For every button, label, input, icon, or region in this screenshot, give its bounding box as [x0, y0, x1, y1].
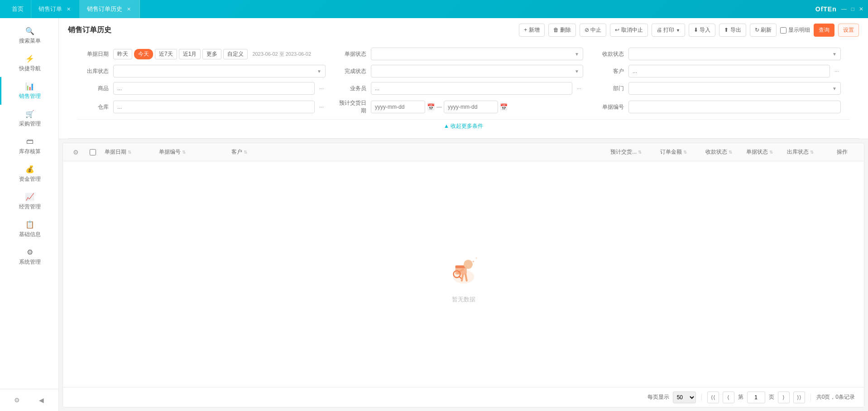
th-checkbox[interactable] [85, 149, 101, 155]
search-menu-icon: 🔍 [25, 26, 34, 35]
filter-row-1: 单据日期 昨天 今天 近7天 [77, 48, 850, 60]
tab-sales-order-history-label: 销售订单历史 [87, 5, 122, 13]
salesperson-more-btn[interactable]: ··· [575, 84, 583, 92]
date-btn-today[interactable]: 昨天 [113, 49, 132, 59]
goods-more-btn[interactable]: ··· [317, 84, 326, 92]
sidebar-item-sales-mgmt[interactable]: 📊 销售管理 [0, 77, 58, 105]
tab-home-label: 首页 [12, 5, 24, 13]
sidebar-item-capital-mgmt-label: 资金管理 [19, 175, 41, 183]
refresh-btn[interactable]: ↻ 刷新 [750, 24, 777, 37]
customer-input[interactable] [628, 65, 830, 77]
start-calendar-icon[interactable]: 📅 [427, 103, 435, 111]
sidebar-item-quick-nav[interactable]: ⚡ 快捷导航 [0, 49, 58, 77]
settings-gear-icon[interactable]: ⚙ [73, 149, 79, 156]
collapse-btn[interactable]: ▲ 收起更多条件 [77, 119, 850, 133]
sidebar-bottom: ⚙ ◀ [0, 389, 58, 411]
next-page-icon: ⟩ [782, 394, 785, 401]
stock-out-label: 出库状态 [77, 68, 113, 75]
delete-btn[interactable]: 🗑 删除 [548, 24, 576, 37]
basic-info-icon: 📋 [25, 220, 34, 229]
th-amount[interactable]: 订单金额 ⇅ [657, 148, 702, 156]
empty-text: 暂无数据 [452, 295, 475, 304]
sidebar-settings-btn[interactable]: ⚙ [10, 394, 23, 406]
date-btn-1month[interactable]: 近1月 [179, 49, 201, 59]
goods-input[interactable] [113, 82, 315, 95]
window-restore-btn[interactable]: □ [851, 6, 854, 12]
salesperson-label: 业务员 [335, 85, 371, 92]
page-number-input[interactable] [747, 392, 765, 403]
tab-sales-order-history[interactable]: 销售订单历史 ✕ [80, 0, 140, 18]
window-close-btn[interactable]: ✕ [859, 6, 863, 12]
export-btn[interactable]: ⬆ 导出 [719, 24, 746, 37]
select-all-checkbox[interactable] [90, 149, 96, 155]
date-btn-custom[interactable]: 自定义 [223, 49, 248, 59]
customer-more-btn[interactable]: ··· [833, 67, 841, 75]
end-calendar-icon[interactable]: 📅 [500, 103, 508, 111]
stop-btn[interactable]: ⊘ 中止 [580, 24, 606, 37]
th-expected-date[interactable]: 预计交货... ⇅ [607, 148, 657, 156]
salesperson-input[interactable] [371, 82, 572, 95]
complete-status-label: 完成状态 [335, 68, 371, 75]
top-bar: 首页 销售订单 ✕ 销售订单历史 ✕ OfTEn — □ ✕ [0, 0, 868, 18]
print-btn[interactable]: 🖨 打印 ▼ [652, 24, 685, 37]
refresh-btn-label: ↻ 刷新 [755, 26, 772, 34]
doc-status-control: ▼ [371, 48, 583, 60]
settings-btn-toolbar[interactable]: 设置 [838, 24, 859, 37]
expected-end-date[interactable] [444, 101, 498, 113]
th-payment-status[interactable]: 收款状态 ⇅ [702, 148, 743, 156]
tab-home[interactable]: 首页 [5, 0, 31, 18]
new-btn[interactable]: + 新增 [519, 24, 544, 37]
doc-no-control [628, 101, 841, 113]
date-btn-3days[interactable]: 今天 [134, 49, 153, 59]
page-size-select[interactable]: 20 50 100 200 [673, 392, 696, 403]
sidebar-item-system-mgmt[interactable]: ⚙ 系统管理 [0, 243, 58, 271]
th-doc-date[interactable]: 单据日期 ⇅ [101, 148, 155, 156]
cancel-stop-btn-label: ↩ 取消中止 [615, 26, 643, 34]
warehouse-control: ··· [113, 101, 326, 113]
prev-page-btn[interactable]: ⟨ [723, 392, 734, 403]
tab-sales-order-history-close[interactable]: ✕ [125, 5, 132, 13]
th-doc-no-label: 单据编号 [159, 148, 181, 156]
warehouse-more-btn[interactable]: ··· [317, 103, 326, 111]
import-btn[interactable]: ⬇ 导入 [689, 24, 715, 37]
doc-status-select[interactable]: ▼ [371, 48, 583, 60]
next-page-btn[interactable]: ⟩ [778, 392, 790, 403]
tab-sales-order[interactable]: 销售订单 ✕ [31, 0, 80, 18]
th-customer[interactable]: 客户 ⇅ [228, 148, 607, 156]
warehouse-label: 仓库 [77, 103, 113, 111]
sidebar-item-basic-info[interactable]: 📋 基础信息 [0, 215, 58, 243]
sidebar-item-operations-mgmt[interactable]: 📈 经营管理 [0, 188, 58, 215]
tab-sales-order-close[interactable]: ✕ [65, 5, 72, 13]
first-page-icon: ⟨⟨ [711, 394, 715, 401]
show-detail-text: 显示明细 [788, 26, 810, 34]
sidebar-item-capital-mgmt[interactable]: 💰 资金管理 [0, 160, 58, 188]
expected-start-date[interactable] [371, 101, 425, 113]
th-stock-status[interactable]: 出库状态 ⇅ [783, 148, 824, 156]
th-settings[interactable]: ⚙ [67, 149, 85, 156]
th-doc-status[interactable]: 单据状态 ⇅ [743, 148, 783, 156]
last-page-btn[interactable]: ⟩⟩ [793, 392, 805, 403]
page-title-row: 销售订单历史 + 新增 🗑 删除 ⊘ 中止 ↩ 取消中止 🖨 [68, 24, 859, 37]
sidebar-item-inventory-calc[interactable]: 🗃 库存核算 [0, 132, 58, 160]
export-btn-label: ⬆ 导出 [724, 26, 741, 34]
doc-no-input[interactable] [628, 101, 841, 113]
warehouse-input[interactable] [113, 101, 315, 113]
date-btn-more[interactable]: 更多 [202, 49, 221, 59]
show-detail-checkbox[interactable] [780, 27, 786, 34]
complete-status-select[interactable]: ▼ [371, 65, 583, 77]
sidebar-collapse-btn[interactable]: ◀ [35, 394, 48, 406]
operations-mgmt-icon: 📈 [25, 192, 34, 201]
query-btn[interactable]: 查询 [814, 24, 834, 37]
stock-out-select[interactable]: ▼ [113, 65, 326, 77]
first-page-btn[interactable]: ⟨⟨ [707, 392, 719, 403]
cancel-stop-btn[interactable]: ↩ 取消中止 [610, 24, 647, 37]
date-btn-7days[interactable]: 近7天 [155, 49, 177, 59]
receipt-status-select[interactable]: ▼ [628, 48, 841, 60]
sidebar-item-purchase-mgmt[interactable]: 🛒 采购管理 [0, 105, 58, 132]
show-detail-label: 显示明细 [780, 26, 810, 34]
department-select[interactable]: ▼ [628, 82, 841, 95]
department-label: 部门 [592, 85, 628, 92]
window-minimize-btn[interactable]: — [841, 6, 847, 12]
sidebar-item-search-menu[interactable]: 🔍 搜索菜单 [0, 22, 58, 49]
th-doc-no[interactable]: 单据编号 ⇅ [155, 148, 228, 156]
